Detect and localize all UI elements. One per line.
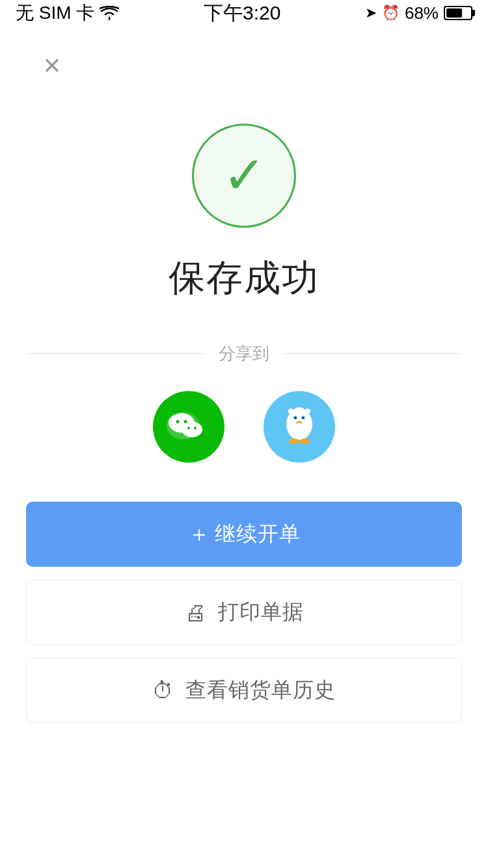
success-title: 保存成功: [169, 254, 319, 303]
svg-point-18: [305, 409, 310, 414]
qq-icon: [280, 405, 319, 449]
history-label: 查看销货单历史: [185, 676, 336, 705]
svg-point-17: [288, 409, 293, 414]
printer-icon: 🖨: [185, 600, 208, 625]
continue-order-label: 继续开单: [215, 520, 301, 549]
status-left: 无 SIM 卡: [16, 1, 119, 25]
wechat-share-button[interactable]: [153, 391, 224, 463]
wechat-icon: [166, 407, 211, 446]
main-content: × ✓ 保存成功 分享到: [0, 26, 488, 868]
no-sim-text: 无 SIM 卡: [16, 1, 94, 25]
share-divider: 分享到: [26, 342, 462, 365]
status-right: ➤ ⏰ 68%: [365, 3, 472, 23]
battery-percent: 68%: [405, 3, 439, 23]
battery-icon: [444, 6, 472, 20]
svg-point-14: [291, 423, 307, 436]
continue-order-button[interactable]: ＋ 继续开单: [26, 502, 462, 567]
svg-point-15: [289, 439, 299, 444]
plus-icon: ＋: [188, 519, 211, 549]
close-button[interactable]: ×: [33, 46, 72, 85]
svg-point-12: [303, 417, 305, 419]
success-circle: ✓: [192, 124, 296, 228]
qq-share-button[interactable]: [264, 391, 335, 463]
divider-line-left: [26, 353, 206, 354]
svg-point-3: [176, 420, 180, 424]
svg-point-4: [184, 420, 187, 424]
svg-point-6: [194, 427, 197, 429]
svg-point-5: [187, 427, 190, 429]
action-buttons: ＋ 继续开单 🖨 打印单据 ⏱ 查看销货单历史: [26, 502, 462, 723]
status-bar: 无 SIM 卡 下午3:20 ➤ ⏰ 68%: [0, 0, 488, 26]
svg-point-16: [299, 439, 310, 444]
location-icon: ➤: [365, 5, 377, 21]
checkmark-icon: ✓: [223, 150, 266, 202]
print-label: 打印单据: [218, 598, 304, 627]
close-icon: ×: [44, 50, 61, 80]
svg-point-2: [182, 422, 202, 437]
share-label: 分享到: [219, 342, 269, 365]
view-history-button[interactable]: ⏱ 查看销货单历史: [26, 658, 462, 723]
svg-point-11: [295, 417, 297, 419]
share-icons-row: [153, 391, 335, 463]
wifi-icon: [100, 6, 119, 20]
print-receipt-button[interactable]: 🖨 打印单据: [26, 580, 462, 645]
history-icon: ⏱: [152, 678, 175, 703]
time-display: 下午3:20: [204, 0, 280, 27]
alarm-icon: ⏰: [382, 5, 400, 21]
divider-line-right: [282, 353, 462, 354]
